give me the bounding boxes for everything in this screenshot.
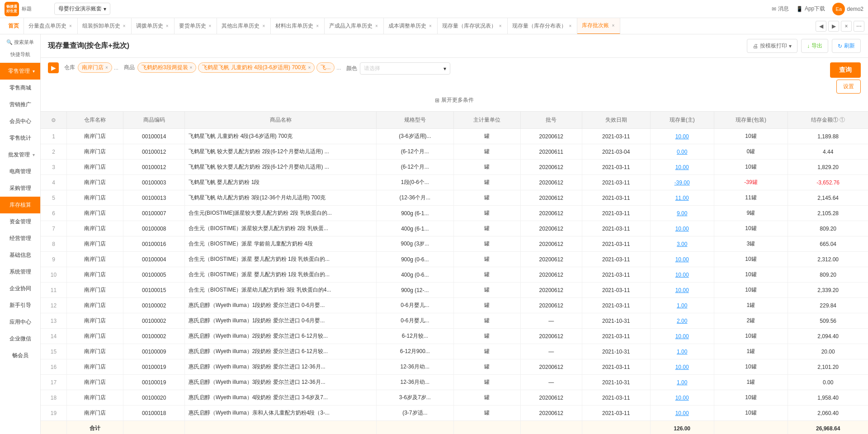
row-qty-link[interactable]: 10.00 xyxy=(675,410,689,416)
template-print-btn[interactable]: 🖨 按模板打印 ▾ xyxy=(747,39,797,53)
sidebar-item-retail-management[interactable]: 零售管理 ▾ xyxy=(0,63,40,80)
tab-10[interactable]: 现存量（库存分布表） × xyxy=(508,18,578,34)
row-qty-link[interactable]: -39.00 xyxy=(675,179,690,186)
row-qty-link[interactable]: 10.00 xyxy=(675,133,689,140)
row-qty-main: -39.00 xyxy=(650,175,714,190)
row-qty-link[interactable]: 1.00 xyxy=(677,302,687,309)
messages-btn[interactable]: ✉ 消息 xyxy=(772,5,789,13)
row-qty-link[interactable]: 10.00 xyxy=(675,226,689,232)
tab-prev-btn[interactable]: ◀ xyxy=(816,21,826,32)
sidebar-item-member-center[interactable]: 会员中心 xyxy=(0,113,40,130)
row-qty-link[interactable]: 10.00 xyxy=(675,333,689,340)
sidebar-item-enterprise[interactable]: 企业协同 xyxy=(0,280,40,297)
product-tag-0[interactable]: 飞鹤奶粉3段两提装 × xyxy=(137,62,197,73)
sidebar-item-system[interactable]: 系统管理 xyxy=(0,264,40,280)
row-qty-link[interactable]: 10.00 xyxy=(675,287,689,293)
sidebar-item-wechat[interactable]: 企业微信 xyxy=(0,330,40,347)
sidebar-item-inventory[interactable]: 库存核算 xyxy=(0,197,40,213)
row-qty-link[interactable]: 10.00 xyxy=(675,272,689,278)
sidebar-item-retail-mall[interactable]: 零售商城 xyxy=(0,80,40,96)
row-qty-main: 9.00 xyxy=(650,206,714,221)
color-dropdown[interactable]: 请选择 ▾ xyxy=(360,62,450,75)
row-qty-link[interactable]: 10.00 xyxy=(675,164,689,170)
tab-10-close[interactable]: × xyxy=(568,23,573,29)
product-tag-1[interactable]: 飞鹤星飞帆 儿童奶粉 4段(3-6岁适用) 700克 × xyxy=(198,62,315,73)
table-row: 2 南岸门店 00100012 飞鹤星飞帆 较大婴儿配方奶粉 2段(6-12个月… xyxy=(41,144,868,160)
row-expire: 2021-10-31 xyxy=(582,313,650,329)
tab-menu-btn[interactable]: ⋯ xyxy=(854,21,864,32)
row-qty-link[interactable]: 10.00 xyxy=(675,256,689,263)
row-qty-link[interactable]: 0.00 xyxy=(677,149,687,155)
tab-9[interactable]: 现存量（库存状况表） × xyxy=(438,18,508,34)
user-area[interactable]: Ea demo2 xyxy=(832,3,863,15)
expand-more-btn[interactable]: ⊞ 展开更多条件 xyxy=(48,94,861,107)
sidebar-item-retail-stats[interactable]: 零售统计 xyxy=(0,130,40,146)
tab-2[interactable]: 组装拆卸单历史 × xyxy=(78,18,132,34)
warehouse-tag-close[interactable]: × xyxy=(105,65,108,70)
sidebar-search-menu[interactable]: 🔍 搜索菜单 xyxy=(0,36,40,48)
tab-8[interactable]: 成本调整单历史 × xyxy=(384,18,438,34)
row-expire: 2021-10-31 xyxy=(582,344,650,359)
settings-col-icon[interactable]: ⚙ xyxy=(51,117,56,123)
col-code: 商品编码 xyxy=(123,112,185,129)
sidebar-quick-nav[interactable]: 快捷导航 xyxy=(0,48,40,61)
tab-9-close[interactable]: × xyxy=(498,23,503,29)
sidebar-item-ecommerce[interactable]: 电商管理 xyxy=(0,163,40,180)
tab-11-close[interactable]: × xyxy=(611,22,615,29)
tab-2-close[interactable]: × xyxy=(122,23,127,29)
tab-7-close[interactable]: × xyxy=(374,23,379,29)
account-selector[interactable]: 母婴行业演示账套 ▾ xyxy=(54,3,110,15)
expand-filter-btn[interactable]: ▶ xyxy=(48,62,59,73)
sidebar-item-operations[interactable]: 经营管理 xyxy=(0,230,40,247)
row-qty-link[interactable]: 3.00 xyxy=(677,241,687,247)
product-tag-more[interactable]: 飞... xyxy=(316,62,335,73)
tab-11[interactable]: 库存批次账 × xyxy=(577,18,620,34)
tab-3[interactable]: 调拨单历史 × xyxy=(132,18,175,34)
row-qty-link[interactable]: 1.00 xyxy=(677,379,687,386)
row-qty-link[interactable]: 11.00 xyxy=(675,195,689,201)
tab-4-close[interactable]: × xyxy=(208,23,212,29)
query-btn[interactable]: 查询 xyxy=(830,62,861,78)
sidebar-item-basic-info[interactable]: 基础信息 xyxy=(0,247,40,264)
sidebar-item-purchase[interactable]: 采购管理 xyxy=(0,180,40,197)
sidebar-item-member[interactable]: 畅会员 xyxy=(0,347,40,364)
warehouse-tag-0[interactable]: 南岸门店 × xyxy=(78,62,112,73)
row-amount: 809.20 xyxy=(788,221,868,236)
row-qty-link[interactable]: 9.00 xyxy=(677,210,687,217)
tab-6-close[interactable]: × xyxy=(315,23,320,29)
tab-1[interactable]: 分量盘点单历史 × xyxy=(24,18,78,34)
tab-1-close[interactable]: × xyxy=(68,23,73,29)
export-btn[interactable]: ↓ 导出 xyxy=(801,39,828,53)
row-warehouse: 南岸门店 xyxy=(67,298,123,313)
sidebar-item-marketing[interactable]: 营销推广 xyxy=(0,96,40,113)
product-more-btn[interactable]: ... xyxy=(336,65,341,71)
settings-btn[interactable]: 设置 xyxy=(836,80,861,94)
app-download-btn[interactable]: 📱 App下载 xyxy=(796,5,825,13)
tab-5[interactable]: 其他出库单历史 × xyxy=(217,18,271,34)
tab-5-close[interactable]: × xyxy=(261,23,266,29)
product-tag-0-close[interactable]: × xyxy=(190,65,193,70)
tab-8-close[interactable]: × xyxy=(428,23,433,29)
tab-next-btn[interactable]: ▶ xyxy=(828,21,839,32)
tab-4[interactable]: 要货单历史 × xyxy=(175,18,217,34)
tab-home[interactable]: 首页 xyxy=(4,18,24,34)
refresh-btn[interactable]: ↻ 刷新 xyxy=(832,39,861,53)
tab-close-all-btn[interactable]: × xyxy=(841,21,852,32)
sidebar-item-newbie[interactable]: 新手引导 xyxy=(0,297,40,314)
product-tag-1-close[interactable]: × xyxy=(308,65,311,70)
row-num: 16 xyxy=(41,359,67,375)
row-name: 合生元（BIOSTIME）派星较大婴儿配方奶粉 2段 乳铁蛋... xyxy=(185,221,377,236)
row-qty-link[interactable]: 10.00 xyxy=(675,364,689,370)
tab-6[interactable]: 材料出库单历史 × xyxy=(271,18,325,34)
row-qty-link[interactable]: 1.00 xyxy=(677,349,687,355)
row-qty-link[interactable]: 10.00 xyxy=(675,395,689,401)
sidebar-item-finance[interactable]: 资金管理 xyxy=(0,213,40,230)
row-spec: 900g (0-6... xyxy=(377,252,453,267)
tab-7[interactable]: 产成品入库单历史 × xyxy=(325,18,384,34)
tab-3-close[interactable]: × xyxy=(165,23,170,29)
row-warehouse: 南岸门店 xyxy=(67,329,123,344)
sidebar-item-app-center[interactable]: 应用中心 xyxy=(0,314,40,330)
sidebar-item-wholesale[interactable]: 批发管理 ▾ xyxy=(0,146,40,163)
row-qty-link[interactable]: 2.00 xyxy=(677,318,687,324)
warehouse-more[interactable]: ... xyxy=(114,65,118,71)
